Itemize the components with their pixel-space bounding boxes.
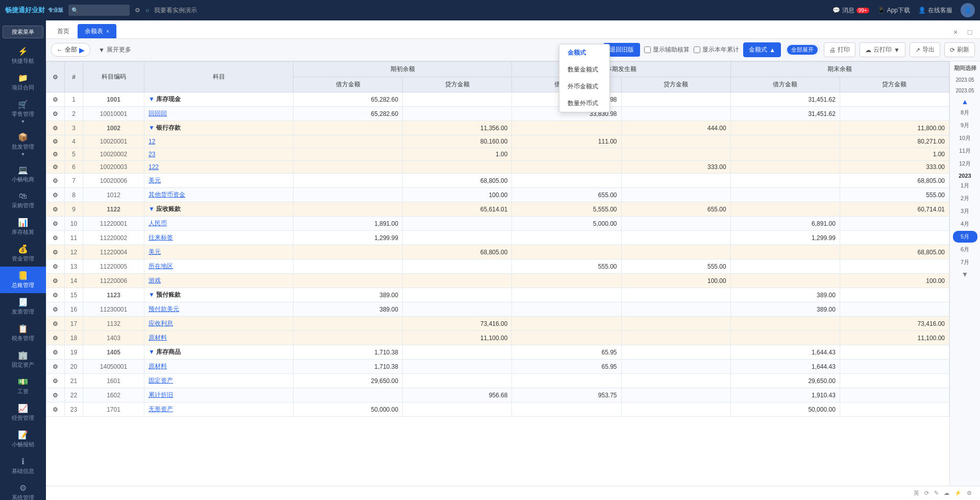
window-close-btn[interactable]: × — [949, 26, 962, 38]
month-10[interactable]: 10月 — [953, 132, 977, 144]
row-settings[interactable]: ⚙ — [46, 92, 65, 107]
sidebar-item-ecommerce[interactable]: 💻 小畅电商 — [0, 161, 46, 187]
sidebar-item-project[interactable]: 📁 项目合同 — [0, 69, 46, 96]
row-name[interactable]: 其他货币资金 — [144, 188, 293, 202]
row-name[interactable]: 人民币 — [144, 217, 293, 231]
window-max-btn[interactable]: □ — [964, 26, 976, 38]
month-7[interactable]: 7月 — [953, 256, 977, 268]
period-start[interactable]: 2023.05 — [953, 75, 977, 85]
row-settings[interactable]: ⚙ — [46, 374, 65, 388]
status-gear[interactable]: ⚙ — [967, 490, 972, 496]
month-4[interactable]: 4月 — [953, 218, 977, 230]
cloud-print-btn[interactable]: ☁ 云打印 ▼ — [860, 42, 905, 57]
row-settings[interactable]: ⚙ — [46, 302, 65, 317]
month-2[interactable]: 2月 — [953, 193, 977, 204]
month-11[interactable]: 11月 — [953, 145, 977, 157]
status-refresh[interactable]: ⟳ — [924, 490, 929, 496]
search-bar-mini[interactable]: 🔍 — [68, 5, 130, 16]
status-edit[interactable]: ✎ — [934, 490, 939, 496]
status-bolt[interactable]: ⚡ — [954, 490, 962, 496]
print-btn[interactable]: 🖨 打印 — [824, 42, 855, 57]
th-settings[interactable]: ⚙ — [46, 62, 65, 92]
row-settings[interactable]: ⚙ — [46, 148, 65, 161]
row-settings[interactable]: ⚙ — [46, 107, 65, 121]
status-cloud[interactable]: ☁ — [944, 490, 949, 496]
row-name[interactable]: 应收利息 — [144, 317, 293, 331]
row-settings[interactable]: ⚙ — [46, 121, 65, 135]
row-name[interactable]: 23 — [144, 148, 293, 161]
row-name[interactable]: 固定资产 — [144, 374, 293, 388]
row-name[interactable]: 美元 — [144, 174, 293, 188]
month-5[interactable]: 5月 — [953, 231, 977, 243]
tab-balance-close[interactable]: × — [106, 29, 109, 34]
prev-year-btn[interactable]: ▲ — [951, 97, 979, 107]
row-settings[interactable]: ⚙ — [46, 402, 65, 417]
month-9[interactable]: 9月 — [953, 120, 977, 131]
app-download-btn[interactable]: 📱 App下载 — [877, 6, 910, 15]
row-settings[interactable]: ⚙ — [46, 360, 65, 374]
row-settings[interactable]: ⚙ — [46, 245, 65, 259]
month-1[interactable]: 1月 — [953, 180, 977, 192]
row-name[interactable]: 美元 — [144, 245, 293, 259]
settings-icon-top[interactable]: ⚙ — [135, 7, 140, 14]
sidebar-search[interactable]: 搜索菜单 — [3, 26, 43, 38]
refresh-btn[interactable]: ⟳ 刷新 — [944, 42, 975, 57]
row-name[interactable]: 12 — [144, 135, 293, 148]
dropdown-item-amount[interactable]: 金额式 — [559, 44, 609, 61]
month-12[interactable]: 12月 — [953, 158, 977, 170]
sidebar-item-operations[interactable]: 📈 经营管理 — [0, 399, 46, 426]
demo-link[interactable]: ○ 我要看实例演示 — [145, 6, 197, 15]
row-name[interactable]: 往来标签 — [144, 231, 293, 245]
row-settings[interactable]: ⚙ — [46, 317, 65, 331]
row-name[interactable]: 原材料 — [144, 360, 293, 374]
row-settings[interactable]: ⚙ — [46, 288, 65, 302]
show-ytd-checkbox[interactable]: 显示本年累计 — [694, 45, 739, 54]
row-name[interactable]: 游戏 — [144, 274, 293, 288]
row-name[interactable]: 无形资产 — [144, 402, 293, 417]
row-name[interactable]: 原材料 — [144, 331, 293, 345]
show-assist-checkbox[interactable]: 显示辅助核算 — [644, 45, 690, 54]
row-settings[interactable]: ⚙ — [46, 388, 65, 402]
row-name[interactable]: 回回回 — [144, 107, 293, 121]
mode-btn[interactable]: 金额式 ▲ — [743, 42, 781, 57]
row-settings[interactable]: ⚙ — [46, 331, 65, 345]
month-3[interactable]: 3月 — [953, 205, 977, 217]
expand-all-toggle[interactable]: 全部展开 — [785, 44, 820, 56]
row-settings[interactable]: ⚙ — [46, 217, 65, 231]
tab-home[interactable]: 首页 — [50, 24, 77, 38]
row-settings[interactable]: ⚙ — [46, 202, 65, 217]
sidebar-item-quick-nav[interactable]: ⚡ 快捷导航 — [0, 42, 46, 69]
sidebar-item-assets[interactable]: 🏢 固定资产 — [0, 346, 46, 373]
dropdown-item-qty-amount[interactable]: 数量金额式 — [559, 61, 609, 78]
row-name[interactable]: 所在地区 — [144, 259, 293, 274]
row-settings[interactable]: ⚙ — [46, 259, 65, 274]
service-btn[interactable]: 👤 在线客服 — [918, 6, 952, 15]
message-btn[interactable]: 💬 消息 99+ — [832, 6, 869, 15]
row-name[interactable]: 122 — [144, 161, 293, 174]
sidebar-item-purchase[interactable]: 🛍 采购管理 — [0, 187, 46, 213]
user-avatar[interactable]: 👤 — [961, 3, 975, 17]
export-btn[interactable]: ↗ 导出 — [910, 42, 940, 57]
sidebar-item-retail[interactable]: 🛒 零售管理 ▼ — [0, 96, 46, 128]
ytd-checkbox-input[interactable] — [694, 46, 700, 53]
row-settings[interactable]: ⚙ — [46, 274, 65, 288]
row-settings[interactable]: ⚙ — [46, 174, 65, 188]
sidebar-item-wholesale[interactable]: 📦 批发管理 ▼ — [0, 128, 46, 161]
dropdown-item-foreign-amount[interactable]: 外币金额式 — [559, 78, 609, 95]
period-end[interactable]: 2023.05 — [953, 86, 977, 96]
sidebar-item-system[interactable]: ⚙ 系统管理 — [0, 479, 46, 500]
row-name[interactable]: 预付款美元 — [144, 302, 293, 317]
row-settings[interactable]: ⚙ — [46, 231, 65, 245]
sidebar-item-invoice[interactable]: 🧾 发票管理 — [0, 293, 46, 320]
status-lang[interactable]: 英 — [914, 489, 919, 497]
dropdown-item-qty-foreign[interactable]: 数量外币式 — [559, 95, 609, 112]
sidebar-item-capital[interactable]: 💰 资金管理 — [0, 240, 46, 267]
sidebar-item-inventory[interactable]: 📊 库存核算 — [0, 213, 46, 240]
month-6[interactable]: 6月 — [953, 244, 977, 255]
sidebar-item-tax[interactable]: 📋 税务管理 — [0, 320, 46, 346]
row-settings[interactable]: ⚙ — [46, 135, 65, 148]
row-settings[interactable]: ⚙ — [46, 345, 65, 360]
sidebar-item-basic[interactable]: ℹ 基础信息 — [0, 453, 46, 479]
all-filter-btn[interactable]: ← 全部 ▶ — [51, 43, 90, 57]
row-settings[interactable]: ⚙ — [46, 188, 65, 202]
